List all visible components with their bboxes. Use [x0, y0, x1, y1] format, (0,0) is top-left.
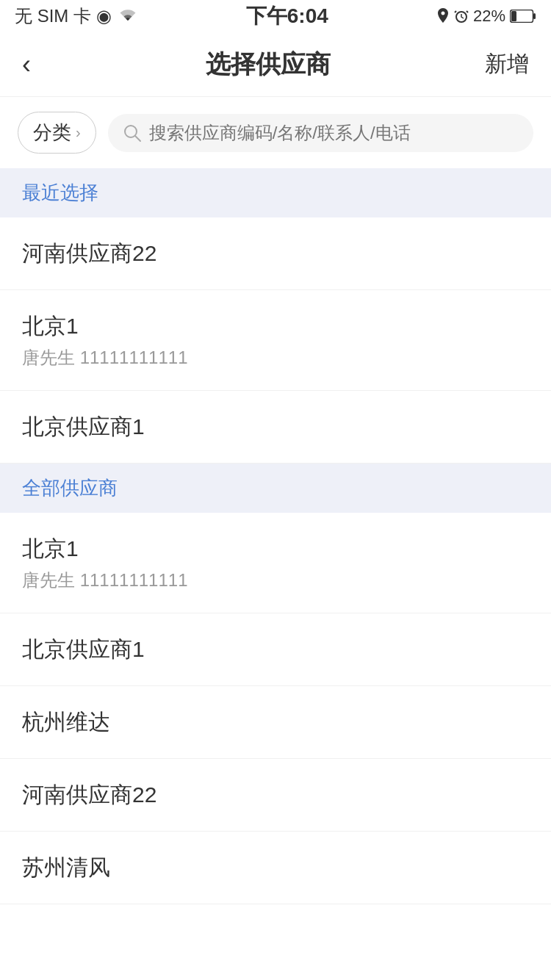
all-list: 北京1唐先生 11111111111北京供应商1杭州维达河南供应商22苏州清风: [0, 513, 551, 904]
battery-icon: [510, 10, 536, 23]
list-item[interactable]: 河南供应商22: [0, 759, 551, 832]
item-sub: 唐先生 11111111111: [22, 346, 529, 370]
list-item[interactable]: 北京1唐先生 11111111111: [0, 290, 551, 391]
item-name: 北京1: [22, 311, 529, 342]
recent-section-header: 最近选择: [0, 168, 551, 217]
category-label: 分类: [33, 120, 71, 145]
status-left: 无 SIM 卡 ◉: [15, 4, 138, 28]
item-name: 河南供应商22: [22, 779, 529, 810]
page-title: 选择供应商: [206, 48, 331, 82]
list-item[interactable]: 河南供应商22: [0, 217, 551, 290]
item-sub: 唐先生 11111111111: [22, 569, 529, 592]
location-icon: [436, 8, 450, 24]
wifi-icon: [118, 9, 138, 24]
item-name: 河南供应商22: [22, 238, 529, 269]
item-name: 北京1: [22, 533, 529, 564]
svg-line-5: [135, 136, 140, 141]
all-section-header: 全部供应商: [0, 464, 551, 513]
alarm-icon: [454, 8, 469, 24]
list-item[interactable]: 杭州维达: [0, 686, 551, 759]
svg-rect-2: [511, 11, 516, 21]
item-name: 杭州维达: [22, 707, 529, 738]
status-bar: 无 SIM 卡 ◉ 下午6:04 22%: [0, 0, 551, 32]
recent-list: 河南供应商22北京1唐先生 11111111111北京供应商1: [0, 217, 551, 464]
sim-label: 无 SIM 卡 ◉: [15, 4, 112, 28]
nav-bar: ‹ 选择供应商 新增: [0, 32, 551, 97]
item-name: 北京供应商1: [22, 411, 529, 442]
list-item[interactable]: 北京供应商1: [0, 613, 551, 686]
status-time: 下午6:04: [246, 2, 328, 30]
add-button[interactable]: 新增: [470, 49, 529, 79]
status-right: 22%: [436, 7, 536, 26]
item-name: 苏州清风: [22, 852, 529, 883]
list-item[interactable]: 北京供应商1: [0, 391, 551, 464]
item-name: 北京供应商1: [22, 634, 529, 665]
battery-text: 22%: [473, 7, 505, 26]
category-button[interactable]: 分类 ›: [18, 112, 96, 154]
svg-rect-3: [533, 13, 536, 19]
back-button[interactable]: ‹: [22, 49, 66, 80]
search-icon: [123, 123, 142, 143]
filter-bar: 分类 ›: [0, 97, 551, 168]
search-input[interactable]: [149, 123, 519, 143]
list-item[interactable]: 苏州清风: [0, 832, 551, 904]
search-box[interactable]: [108, 114, 533, 152]
list-item[interactable]: 北京1唐先生 11111111111: [0, 513, 551, 613]
chevron-right-icon: ›: [76, 124, 81, 141]
